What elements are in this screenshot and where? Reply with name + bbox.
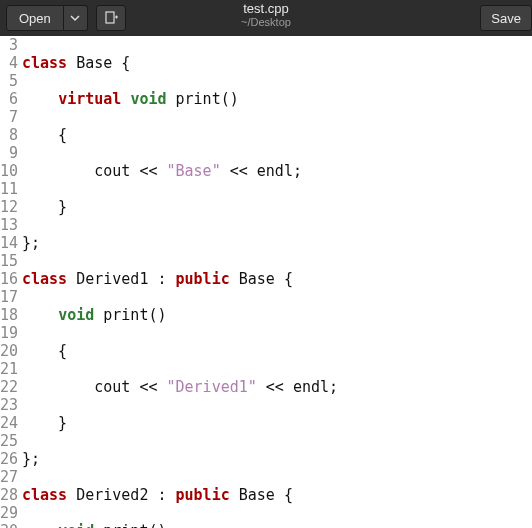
new-document-button[interactable] <box>96 5 126 31</box>
line-number: 28 <box>0 486 18 504</box>
line-number: 20 <box>0 342 18 360</box>
line-number: 16 <box>0 270 18 288</box>
line-number: 10 <box>0 162 18 180</box>
line-number: 24 <box>0 414 18 432</box>
svg-rect-0 <box>106 12 114 23</box>
new-document-icon <box>104 11 118 25</box>
open-button[interactable]: Open <box>6 5 64 31</box>
line-number: 19 <box>0 324 18 342</box>
code-area[interactable]: class Base { virtual void print() { cout… <box>22 36 532 528</box>
line-gutter: 3456789101112131415161718192021222324252… <box>0 36 22 528</box>
line-number: 18 <box>0 306 18 324</box>
line-number: 6 <box>0 90 18 108</box>
line-number: 22 <box>0 378 18 396</box>
open-dropdown[interactable] <box>64 5 88 31</box>
line-number: 29 <box>0 504 18 522</box>
line-number: 15 <box>0 252 18 270</box>
line-number: 3 <box>0 36 18 54</box>
titlebar: Open test.cpp ~/Desktop Save <box>0 0 532 36</box>
line-number: 12 <box>0 198 18 216</box>
title-path: ~/Desktop <box>241 16 291 28</box>
chevron-down-icon <box>70 13 80 23</box>
line-number: 23 <box>0 396 18 414</box>
line-number: 30 <box>0 522 18 528</box>
line-number: 21 <box>0 360 18 378</box>
line-number: 4 <box>0 54 18 72</box>
title-area: test.cpp ~/Desktop <box>241 2 291 28</box>
title-filename: test.cpp <box>241 2 291 16</box>
line-number: 25 <box>0 432 18 450</box>
line-number: 27 <box>0 468 18 486</box>
line-number: 5 <box>0 72 18 90</box>
line-number: 26 <box>0 450 18 468</box>
line-number: 7 <box>0 108 18 126</box>
line-number: 14 <box>0 234 18 252</box>
line-number: 8 <box>0 126 18 144</box>
editor[interactable]: 3456789101112131415161718192021222324252… <box>0 36 532 528</box>
line-number: 17 <box>0 288 18 306</box>
save-button[interactable]: Save <box>480 5 532 31</box>
line-number: 9 <box>0 144 18 162</box>
line-number: 13 <box>0 216 18 234</box>
line-number: 11 <box>0 180 18 198</box>
